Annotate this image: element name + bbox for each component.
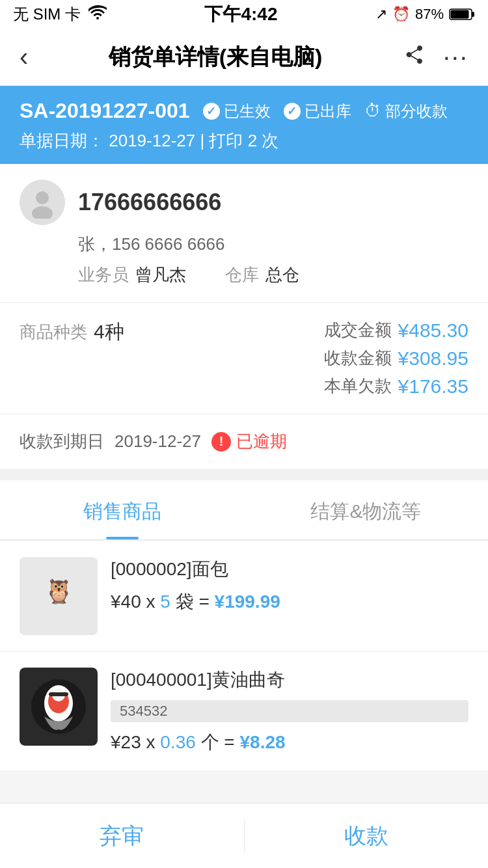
status-bar-right: ↗ ⏰ 87% xyxy=(375,6,475,23)
alarm-icon: ⏰ xyxy=(392,6,410,23)
date-label: 单据日期： xyxy=(20,131,104,150)
product-unit-price-2: ¥23 xyxy=(111,732,141,752)
location-icon: ↗ xyxy=(375,6,387,23)
product-list: 🦉 [0000002]面包 ¥40 x 5 袋 = ¥199.99 xyxy=(0,541,488,770)
tab-settlement[interactable]: 结算&物流等 xyxy=(244,480,488,539)
check-icon-shipped: ✓ xyxy=(284,103,301,120)
product-info-1: [0000002]面包 ¥40 x 5 袋 = ¥199.99 xyxy=(111,557,468,614)
status-shipped-text: 已出库 xyxy=(305,101,351,122)
product-item: [000400001]黄油曲奇 534532 ¥23 x 0.36 个 = ¥8… xyxy=(0,652,488,770)
deal-amount: ¥485.30 xyxy=(398,319,468,342)
svg-rect-2 xyxy=(450,10,468,19)
status-partial-payment: ⏱ 部分收款 xyxy=(364,101,448,122)
check-icon-effective: ✓ xyxy=(203,103,220,120)
sales-info: 业务员 曾凡杰 xyxy=(78,264,186,286)
tabs-row: 销售商品 结算&物流等 xyxy=(0,480,488,540)
overdue-badge: ! 已逾期 xyxy=(211,430,287,453)
summary-section: 商品种类 4种 成交金额 ¥485.30 收款金额 ¥308.95 本单欠款 ¥… xyxy=(0,303,488,413)
carrier-text: 无 SIM 卡 xyxy=(13,4,81,25)
product-thumbnail-1: 🦉 xyxy=(20,557,98,635)
tab-products-label: 销售商品 xyxy=(83,500,161,522)
page-title: 销货单详情(来自电脑) xyxy=(109,42,323,72)
product-unit-price-1: ¥40 xyxy=(111,591,141,612)
warehouse-label: 仓库 xyxy=(225,264,259,286)
customer-meta: 业务员 曾凡杰 仓库 总仓 xyxy=(20,264,468,286)
sales-name: 曾凡杰 xyxy=(135,264,186,286)
status-effective-text: 已生效 xyxy=(224,101,271,122)
deal-label: 成交金额 xyxy=(324,319,392,342)
collect-payment-button[interactable]: 收款 xyxy=(245,808,489,864)
svg-text:🦉: 🦉 xyxy=(44,577,74,605)
product-price-row-2: ¥23 x 0.36 个 = ¥8.28 xyxy=(111,730,468,755)
owed-amount-row: 本单欠款 ¥176.35 xyxy=(324,375,468,398)
customer-id: 17666666666 xyxy=(78,189,221,216)
due-date-value: 2019-12-27 xyxy=(115,431,201,452)
product-price-row-1: ¥40 x 5 袋 = ¥199.99 xyxy=(111,590,468,614)
nav-bar: ‹ 销货单详情(来自电脑) ··· xyxy=(0,29,488,86)
battery-text: 87% xyxy=(415,6,444,23)
share-icon[interactable] xyxy=(403,44,424,70)
svg-point-3 xyxy=(36,191,49,204)
order-id: SA-20191227-001 xyxy=(20,99,190,123)
summary-left: 商品种类 4种 xyxy=(20,319,124,346)
owed-label: 本单欠款 xyxy=(324,375,392,398)
print-info: | 打印 2 次 xyxy=(200,131,278,150)
product-item: 🦉 [0000002]面包 ¥40 x 5 袋 = ¥199.99 xyxy=(0,541,488,651)
product-qty-2: 0.36 xyxy=(160,732,196,752)
receipt-amount: ¥308.95 xyxy=(398,347,468,370)
customer-avatar xyxy=(20,180,65,225)
overdue-text: 已逾期 xyxy=(236,430,287,453)
product-thumbnail-2 xyxy=(20,668,98,746)
product-info-2: [000400001]黄油曲奇 534532 ¥23 x 0.36 个 = ¥8… xyxy=(111,668,468,755)
deal-amount-row: 成交金额 ¥485.30 xyxy=(324,319,468,342)
warehouse-info: 仓库 总仓 xyxy=(225,264,299,286)
section-divider xyxy=(0,470,488,480)
overdue-icon: ! xyxy=(211,432,231,452)
sales-label: 业务员 xyxy=(78,264,129,286)
svg-point-4 xyxy=(32,206,53,219)
status-bar: 无 SIM 卡 下午4:42 ↗ ⏰ 87% xyxy=(0,0,488,29)
more-icon[interactable]: ··· xyxy=(443,42,468,72)
type-label: 商品种类 xyxy=(20,321,87,344)
status-effective: ✓ 已生效 xyxy=(203,101,271,122)
status-shipped: ✓ 已出库 xyxy=(284,101,351,122)
warehouse-name: 总仓 xyxy=(265,264,299,286)
product-total-1: ¥199.99 xyxy=(215,591,280,612)
battery-icon xyxy=(449,7,475,21)
bottom-bar: 弃审 收款 xyxy=(0,803,488,868)
status-partial-payment-text: 部分收款 xyxy=(385,101,448,122)
product-name-2: [000400001]黄油曲奇 xyxy=(111,668,468,692)
order-date-row: 单据日期： 2019-12-27 | 打印 2 次 xyxy=(20,129,468,152)
cancel-review-button[interactable]: 弃审 xyxy=(0,808,244,864)
product-name-1: [0000002]面包 xyxy=(111,557,468,582)
svg-rect-12 xyxy=(49,692,68,696)
customer-contact: 张，156 6666 6666 xyxy=(20,233,468,256)
due-date-label: 收款到期日 xyxy=(20,430,104,453)
status-bar-time: 下午4:42 xyxy=(204,2,277,27)
customer-section: 17666666666 张，156 6666 6666 业务员 曾凡杰 仓库 总… xyxy=(0,164,488,302)
tab-products[interactable]: 销售商品 xyxy=(0,480,244,539)
product-total-2: ¥8.28 xyxy=(239,732,285,752)
svg-rect-1 xyxy=(472,12,474,17)
receipt-label: 收款金额 xyxy=(324,347,392,370)
summary-right: 成交金额 ¥485.30 收款金额 ¥308.95 本单欠款 ¥176.35 xyxy=(324,319,468,398)
product-sku-2: 534532 xyxy=(111,700,468,722)
receipt-amount-row: 收款金额 ¥308.95 xyxy=(324,347,468,370)
back-button[interactable]: ‹ xyxy=(20,42,28,72)
status-bar-left: 无 SIM 卡 xyxy=(13,4,107,25)
order-header-banner: SA-20191227-001 ✓ 已生效 ✓ 已出库 ⏱ 部分收款 单据日期：… xyxy=(0,86,488,164)
tab-settlement-label: 结算&物流等 xyxy=(310,500,421,522)
wifi-icon xyxy=(88,5,107,23)
order-date: 2019-12-27 xyxy=(109,131,195,150)
tabs-section: 销售商品 结算&物流等 xyxy=(0,480,488,540)
type-count-row: 商品种类 4种 xyxy=(20,319,124,346)
product-qty-1: 5 xyxy=(160,591,170,612)
owed-amount: ¥176.35 xyxy=(398,375,468,398)
due-date-section: 收款到期日 2019-12-27 ! 已逾期 xyxy=(0,414,488,468)
type-count: 4种 xyxy=(94,319,124,346)
nav-actions: ··· xyxy=(403,42,468,72)
